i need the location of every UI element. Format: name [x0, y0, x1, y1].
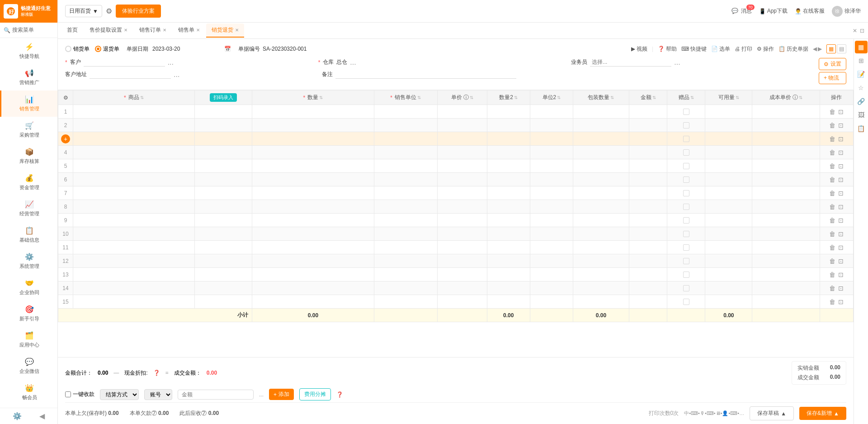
history-btn[interactable]: 📋 历史单据	[778, 45, 808, 53]
qty2-cell-9[interactable]	[487, 214, 530, 227]
cost-sort-icon[interactable]: ⇅	[799, 95, 802, 100]
qty-input-2[interactable]	[255, 122, 371, 129]
product-input-4[interactable]	[76, 149, 192, 156]
product-input-15[interactable]	[76, 299, 192, 305]
date-input[interactable]	[150, 44, 222, 53]
gift-checkbox-10[interactable]	[683, 231, 689, 237]
amount-cell-3[interactable]	[629, 132, 667, 146]
qty-input-15[interactable]	[255, 299, 371, 305]
product-cell-9[interactable]	[73, 214, 195, 227]
price-cell-5[interactable]	[437, 159, 487, 173]
pack-cell-9[interactable]	[573, 214, 629, 227]
copy-row-icon-12[interactable]: ⊡	[838, 257, 844, 265]
tab-sales-order[interactable]: 销售订单 ✕	[134, 24, 172, 38]
amount-cell-8[interactable]	[629, 200, 667, 214]
user-menu[interactable]: 徐 徐泽华	[832, 6, 861, 17]
unit2-cell-3[interactable]	[530, 132, 573, 146]
gift-checkbox-3[interactable]	[683, 136, 689, 142]
cost-cell-6[interactable]	[752, 173, 820, 186]
delete-icon-8[interactable]: 🗑	[829, 203, 835, 210]
next-record-btn[interactable]: ▶	[818, 46, 822, 52]
gift-checkbox-6[interactable]	[683, 176, 689, 183]
tab-sales-delivery-close-icon[interactable]: ✕	[196, 28, 200, 33]
account-select[interactable]: 账号	[144, 389, 172, 400]
unit2-cell-2[interactable]	[530, 119, 573, 132]
price-cell-15[interactable]	[437, 295, 487, 309]
cost-cell-13[interactable]	[752, 268, 820, 281]
product-sort-icon[interactable]: ⇅	[140, 95, 144, 100]
available-cell-13[interactable]	[705, 268, 752, 281]
qty2-cell-13[interactable]	[487, 268, 530, 281]
copy-row-icon-4[interactable]: ⊡	[838, 149, 844, 156]
qty-input-9[interactable]	[255, 217, 371, 224]
qty-cell-10[interactable]	[252, 227, 374, 241]
video-btn[interactable]: ▶ 视频	[631, 45, 647, 53]
amount-input[interactable]	[178, 390, 254, 400]
cost-cell-7[interactable]	[752, 186, 820, 200]
th-scan[interactable]: 扫码录入	[195, 91, 252, 105]
price-cell-11[interactable]	[437, 241, 487, 254]
gift-checkbox-13[interactable]	[683, 272, 689, 278]
qty-cell-13[interactable]	[252, 268, 374, 281]
cost-cell-1[interactable]	[752, 105, 820, 119]
qty-input-5[interactable]	[255, 163, 371, 169]
tab-sales-order-close-icon[interactable]: ✕	[163, 28, 166, 33]
qty2-cell-7[interactable]	[487, 186, 530, 200]
staff-dots-icon[interactable]: ...	[674, 58, 680, 67]
gift-checkbox-9[interactable]	[683, 217, 689, 224]
address-dots-icon[interactable]: ...	[174, 71, 179, 79]
copy-row-icon-3[interactable]: ⊡	[838, 135, 844, 143]
product-input-8[interactable]	[76, 204, 192, 210]
customer-dots-icon[interactable]: ...	[168, 58, 174, 67]
available-cell-2[interactable]	[705, 119, 752, 132]
topbar-settings-icon[interactable]: ⚙	[106, 7, 112, 15]
qty2-cell-3[interactable]	[487, 132, 530, 146]
qty-cell-3[interactable]	[252, 132, 374, 146]
cost-cell-12[interactable]	[752, 254, 820, 268]
unit2-cell-14[interactable]	[530, 281, 573, 295]
product-cell-6[interactable]	[73, 173, 195, 186]
price-cell-3[interactable]	[437, 132, 487, 146]
unit2-cell-9[interactable]	[530, 214, 573, 227]
qty-input-12[interactable]	[255, 258, 371, 264]
qty2-cell-4[interactable]	[487, 146, 530, 159]
unit2-cell-11[interactable]	[530, 241, 573, 254]
amount-cell-1[interactable]	[629, 105, 667, 119]
qty-input-4[interactable]	[255, 149, 371, 156]
unit2-cell-1[interactable]	[530, 105, 573, 119]
product-cell-4[interactable]	[73, 146, 195, 159]
product-cell-3[interactable]	[73, 132, 195, 146]
product-input-13[interactable]	[76, 272, 192, 278]
unit2-cell-5[interactable]	[530, 159, 573, 173]
product-cell-12[interactable]	[73, 254, 195, 268]
cost-cell-9[interactable]	[752, 214, 820, 227]
qty-cell-9[interactable]	[252, 214, 374, 227]
sidebar-item-quick-nav[interactable]: ⚡ 快捷导航	[0, 38, 57, 64]
tab-home[interactable]: 首页	[61, 24, 83, 38]
unit-cell-6[interactable]	[374, 173, 437, 186]
available-cell-4[interactable]	[705, 146, 752, 159]
unit-cell-15[interactable]	[374, 295, 437, 309]
price-cell-8[interactable]	[437, 200, 487, 214]
gift-checkbox-8[interactable]	[683, 204, 689, 210]
gift-checkbox-15[interactable]	[683, 299, 689, 305]
copy-row-icon-10[interactable]: ⊡	[838, 230, 844, 238]
pack-cell-1[interactable]	[573, 105, 629, 119]
pack-cell-10[interactable]	[573, 227, 629, 241]
shortcuts-btn[interactable]: ⌨ 快捷键	[681, 45, 707, 53]
qty-input-10[interactable]	[255, 231, 371, 237]
qty-cell-5[interactable]	[252, 159, 374, 173]
delete-icon-4[interactable]: 🗑	[829, 149, 835, 156]
copy-row-icon-8[interactable]: ⊡	[838, 203, 844, 210]
sidebar-item-member[interactable]: 👑 畅会员	[0, 379, 57, 405]
product-input-11[interactable]	[76, 244, 192, 251]
unit2-cell-8[interactable]	[530, 200, 573, 214]
qty-input-14[interactable]	[255, 285, 371, 291]
fee-split-btn[interactable]: 费用分摊	[299, 388, 331, 400]
cost-cell-15[interactable]	[752, 295, 820, 309]
sidebar-settings-icon[interactable]: ⚙️	[13, 412, 22, 420]
unit2-cell-6[interactable]	[530, 173, 573, 186]
delete-icon-3[interactable]: 🗑	[829, 135, 835, 143]
gift-checkbox-4[interactable]	[683, 149, 689, 156]
qty2-cell-10[interactable]	[487, 227, 530, 241]
